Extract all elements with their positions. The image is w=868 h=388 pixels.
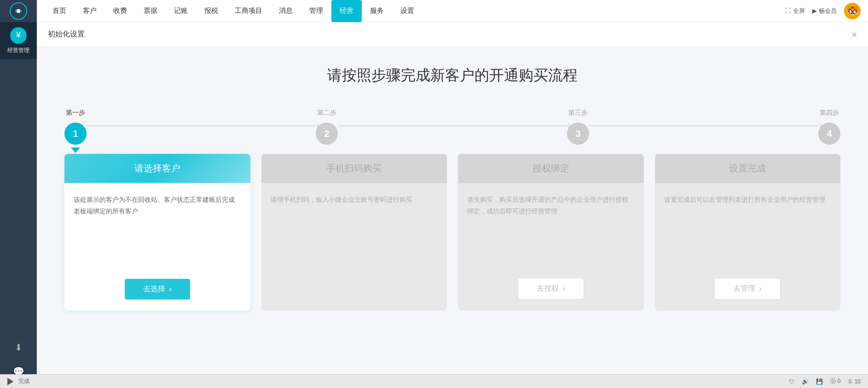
card-1-body: 该处展示的客户为不在回收站、客户状态正常建账后完成老板端绑定的所有客户 <box>64 183 250 271</box>
close-button[interactable]: × <box>851 30 857 39</box>
card-1: 请选择客户 该处展示的客户为不在回收站、客户状态正常建账后完成老板端绑定的所有客… <box>64 154 250 311</box>
go-manage-button[interactable]: 去管理 › <box>714 278 781 300</box>
msg-count: ⓪ 0 <box>830 377 840 385</box>
connector-2-3 <box>338 125 567 126</box>
card-3-footer: 去授权 › <box>458 270 644 311</box>
step-4-wrapper: 第四步 4 <box>818 109 840 145</box>
nav-right: ⛶ 全屏 ▶ 畅会员 🐯 <box>785 3 861 19</box>
card-3: 授权绑定 请先购买，购买后选择开通的产品中的企业用户进行授权绑定，成功后即可进行… <box>458 154 644 311</box>
nav-business[interactable]: 工商项目 <box>226 0 271 22</box>
connector-3-4 <box>589 125 818 126</box>
sidebar: ¥ 经营管理 ⬇ 💬 <box>0 0 37 388</box>
nav-service[interactable]: 服务 <box>362 0 392 22</box>
save-icon: 💾 <box>816 378 823 385</box>
card-2-header: 手机扫码购买 <box>261 154 447 183</box>
steps-container: 第一步 1 第二步 2 第三步 3 <box>64 109 840 145</box>
nav-settings[interactable]: 设置 <box>392 0 422 22</box>
card-4-footer: 去管理 › <box>655 270 841 311</box>
card-4-body: 设置完成后可以在管理列表进行所有企业用户的经营管理 <box>655 183 841 270</box>
card-1-header: 请选择客户 <box>64 154 250 183</box>
nav-home[interactable]: 首页 <box>44 0 75 22</box>
step-3-wrapper: 第三步 3 <box>567 109 589 145</box>
page-header: 初始化设置 × <box>37 22 868 47</box>
sidebar-item-jingying[interactable]: ¥ 经营管理 <box>0 22 37 59</box>
nav-message[interactable]: 消息 <box>271 0 301 22</box>
step-1-circle: 1 <box>64 123 87 145</box>
step-2-wrapper: 第二步 2 <box>316 109 338 145</box>
sidebar-logo <box>0 0 37 22</box>
go-select-button[interactable]: 去选择 › <box>125 279 190 300</box>
time-display: ① 10 <box>848 378 861 385</box>
play-icon <box>7 378 15 385</box>
fullscreen-icon: ⛶ <box>785 7 791 14</box>
card-2: 手机扫码购买 请用手机扫码，输入小微企业主账号密码进行购买 <box>261 154 447 311</box>
nav-customer[interactable]: 客户 <box>75 0 105 22</box>
nav-invoice[interactable]: 票据 <box>135 0 166 22</box>
status-bar: 完成 🛡 🔊 💾 ⓪ 0 ① 10 <box>0 374 868 388</box>
nav-manage[interactable]: 管理 <box>301 0 331 22</box>
arrow-icon-3: › <box>562 284 565 294</box>
card-4: 设置完成 设置完成后可以在管理列表进行所有企业用户的经营管理 去管理 › <box>655 154 841 311</box>
top-nav: 首页 客户 收费 票据 记账 报税 工商项目 消息 管理 经营 服务 设置 ⛶ … <box>37 0 868 22</box>
main-content: 初始化设置 × 请按照步骤完成新客户的开通购买流程 第一步 1 第二步 2 <box>37 22 868 374</box>
nav-tax[interactable]: 报税 <box>196 0 226 22</box>
arrow-icon: › <box>169 284 172 294</box>
svg-point-1 <box>17 9 20 13</box>
vip-button[interactable]: ▶ 畅会员 <box>812 7 837 15</box>
step-2-label: 第二步 <box>317 109 336 117</box>
status-text: 完成 <box>18 377 29 385</box>
sidebar-item-label: 经营管理 <box>7 47 29 54</box>
status-bar-left: 完成 <box>7 377 29 385</box>
avatar[interactable]: 🐯 <box>844 3 861 19</box>
arrow-icon-4: › <box>759 284 762 294</box>
status-bar-right: 🛡 🔊 💾 ⓪ 0 ① 10 <box>789 377 861 385</box>
step-2-circle: 2 <box>316 123 338 145</box>
step-4-label: 第四步 <box>820 109 839 117</box>
card-2-footer <box>261 292 447 311</box>
nav-charge[interactable]: 收费 <box>105 0 135 22</box>
step-3-circle: 3 <box>567 123 589 145</box>
wizard-heading: 请按照步骤完成新客户的开通购买流程 <box>64 65 840 86</box>
fullscreen-button[interactable]: ⛶ 全屏 <box>785 7 805 15</box>
card-3-body: 请先购买，购买后选择开通的产品中的企业用户进行授权绑定，成功后即可进行经营管理 <box>458 183 644 270</box>
download-icon[interactable]: ⬇ <box>9 338 28 357</box>
step-1-label: 第一步 <box>66 109 85 117</box>
step-4-circle: 4 <box>818 123 840 145</box>
cards-row: 请选择客户 该处展示的客户为不在回收站、客户状态正常建账后完成老板端绑定的所有客… <box>64 154 840 311</box>
card-3-header: 授权绑定 <box>458 154 644 183</box>
go-auth-button[interactable]: 去授权 › <box>518 278 584 300</box>
nav-operation[interactable]: 经营 <box>331 0 362 22</box>
step-1-wrapper: 第一步 1 <box>64 109 87 145</box>
connector-1-2 <box>87 125 316 126</box>
card-2-body: 请用手机扫码，输入小微企业主账号密码进行购买 <box>261 183 447 292</box>
nav-accounting[interactable]: 记账 <box>166 0 196 22</box>
card-1-footer: 去选择 › <box>64 271 250 311</box>
yuan-icon: ¥ <box>10 27 27 44</box>
vip-icon: ▶ <box>812 7 817 14</box>
shield-icon: 🛡 <box>789 378 794 385</box>
volume-icon: 🔊 <box>802 378 809 385</box>
page-title: 初始化设置 <box>48 29 85 39</box>
wizard-area: 请按照步骤完成新客户的开通购买流程 第一步 1 第二步 2 <box>37 47 868 338</box>
step-3-label: 第三步 <box>568 109 588 117</box>
card-4-header: 设置完成 <box>655 154 841 183</box>
